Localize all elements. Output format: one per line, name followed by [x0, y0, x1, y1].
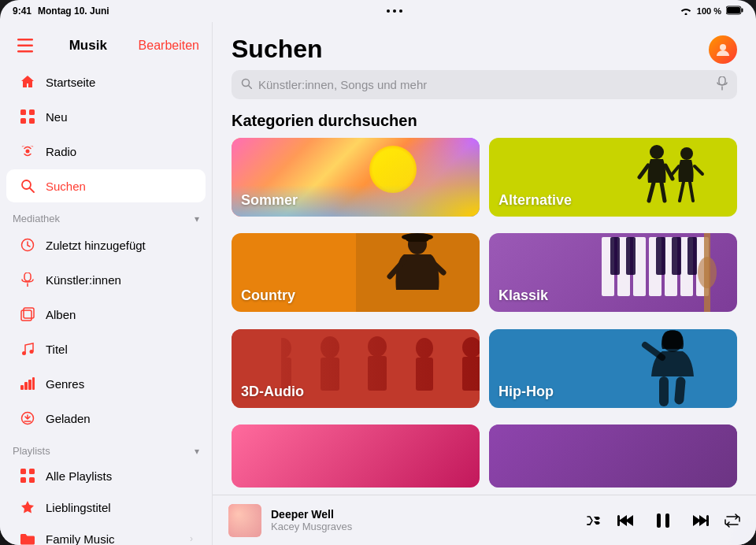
- svg-line-83: [645, 345, 662, 358]
- category-label-hiphop: Hip-Hop: [498, 384, 554, 400]
- svg-rect-28: [20, 477, 26, 483]
- search-bar[interactable]: [232, 70, 737, 99]
- category-card-klassik[interactable]: Klassik: [489, 233, 737, 312]
- nav-label-suchen: Suchen: [46, 180, 86, 193]
- nav-label-startseite: Startseite: [46, 76, 95, 89]
- svg-rect-49: [406, 234, 429, 242]
- playlist-item-family[interactable]: Family Music ›: [6, 524, 206, 545]
- mic-icon: [19, 271, 36, 288]
- svg-rect-2: [727, 7, 740, 13]
- svg-rect-35: [719, 76, 725, 85]
- nav-item-neu[interactable]: Neu: [6, 100, 206, 133]
- svg-line-46: [690, 182, 693, 201]
- page-title: Suchen: [232, 35, 323, 64]
- svg-rect-91: [706, 515, 709, 526]
- sidebar: Musik Bearbeiten Startseite: [0, 22, 213, 545]
- svg-rect-5: [17, 50, 33, 53]
- svg-point-32: [720, 44, 726, 50]
- svg-rect-4: [17, 45, 33, 47]
- sidebar-edit[interactable]: Bearbeiten: [139, 39, 199, 53]
- svg-rect-60: [626, 237, 636, 275]
- nav-item-genres[interactable]: Genres: [6, 367, 206, 400]
- sidebar-title: Musik: [69, 38, 107, 54]
- svg-rect-8: [20, 118, 26, 124]
- svg-point-37: [650, 145, 664, 159]
- category-card-sommer[interactable]: Sommer: [232, 138, 480, 217]
- mediathek-chevron-icon[interactable]: ▾: [195, 213, 199, 224]
- content-header: Suchen: [213, 22, 756, 70]
- folder-icon: [19, 530, 36, 545]
- svg-line-45: [680, 182, 684, 201]
- player-info: Deeper Well Kacey Musgraves: [271, 508, 576, 532]
- category-card-alternative[interactable]: Alternative: [489, 138, 737, 217]
- svg-rect-14: [24, 272, 31, 281]
- avatar[interactable]: [709, 35, 737, 64]
- nav-item-kuenstler[interactable]: Künstler:innen: [6, 263, 206, 296]
- search-input[interactable]: [258, 78, 710, 91]
- status-bar-left: 9:41 Montag 10. Juni: [13, 6, 109, 17]
- status-bar: 9:41 Montag 10. Juni 100 %: [0, 0, 756, 22]
- playlists-label: Playlists: [13, 445, 50, 457]
- repeat-button[interactable]: [724, 513, 740, 528]
- pause-button[interactable]: [650, 508, 676, 533]
- playlist-item-liebling[interactable]: Lieblingstitel: [6, 492, 206, 522]
- mic-search-icon[interactable]: [717, 76, 728, 93]
- svg-point-10: [26, 150, 30, 154]
- svg-rect-86: [617, 515, 620, 526]
- category-card-more[interactable]: [489, 425, 737, 488]
- svg-rect-21: [24, 382, 28, 390]
- playlist-label-alle: Alle Playlists: [46, 469, 193, 483]
- player-bar: Deeper Well Kacey Musgraves: [213, 495, 756, 545]
- categories-grid: Sommer: [213, 138, 756, 495]
- dot2: [393, 9, 396, 13]
- status-bar-right: 100 %: [680, 6, 743, 17]
- svg-rect-16: [21, 310, 32, 321]
- category-card-3daudio[interactable]: 3D-Audio: [232, 329, 480, 408]
- svg-marker-85: [619, 515, 627, 526]
- nav-item-startseite[interactable]: Startseite: [6, 65, 206, 98]
- svg-rect-81: [659, 376, 669, 406]
- category-card-country[interactable]: Country: [232, 233, 480, 312]
- playlist-label-family: Family Music: [46, 532, 180, 546]
- radio-icon: [19, 143, 36, 160]
- category-label-country: Country: [241, 287, 295, 304]
- battery-icon: [726, 6, 743, 17]
- svg-line-34: [249, 86, 252, 89]
- category-card-pop[interactable]: [232, 425, 480, 488]
- nav-item-alben[interactable]: Alben: [6, 298, 206, 331]
- player-thumb: [228, 504, 261, 537]
- playlists-chevron-icon[interactable]: ▾: [195, 446, 199, 457]
- svg-point-19: [30, 350, 34, 354]
- svg-line-43: [671, 166, 679, 176]
- sidebar-menu-icon[interactable]: [13, 33, 38, 58]
- svg-line-12: [30, 188, 34, 192]
- svg-rect-3: [17, 39, 33, 41]
- nav-item-titel[interactable]: Titel: [6, 332, 206, 365]
- search-nav-icon: [19, 177, 36, 195]
- svg-rect-59: [610, 237, 620, 275]
- shuffle-button[interactable]: [586, 513, 602, 528]
- search-bar-icon: [241, 78, 252, 91]
- prev-button[interactable]: [617, 513, 635, 528]
- category-card-hiphop[interactable]: Hip-Hop: [489, 329, 737, 408]
- mediathek-section-header: Mediathek ▾: [0, 203, 212, 228]
- svg-marker-90: [699, 515, 707, 526]
- svg-rect-9: [29, 118, 35, 124]
- app-container: Musik Bearbeiten Startseite: [0, 22, 756, 545]
- dot3: [399, 9, 402, 13]
- nav-label-kuenstler: Künstler:innen: [46, 273, 121, 287]
- player-artist-name: Kacey Musgraves: [271, 521, 576, 532]
- nav-item-geladen[interactable]: Geladen: [6, 402, 206, 435]
- music-note-icon: [19, 340, 36, 358]
- category-label-klassik: Klassik: [498, 287, 548, 304]
- wifi-icon: [680, 6, 692, 17]
- status-time: 9:41: [13, 6, 32, 17]
- playlist-item-alle[interactable]: Alle Playlists: [6, 461, 206, 491]
- status-date: Montag 10. Juni: [38, 6, 109, 17]
- nav-item-radio[interactable]: Radio: [6, 135, 206, 168]
- nav-item-suchen[interactable]: Suchen: [6, 169, 206, 202]
- nav-item-zuletzt[interactable]: Zuletzt hinzugefügt: [6, 228, 206, 261]
- status-bar-center: [387, 9, 402, 13]
- svg-line-40: [649, 183, 654, 201]
- next-button[interactable]: [691, 513, 709, 528]
